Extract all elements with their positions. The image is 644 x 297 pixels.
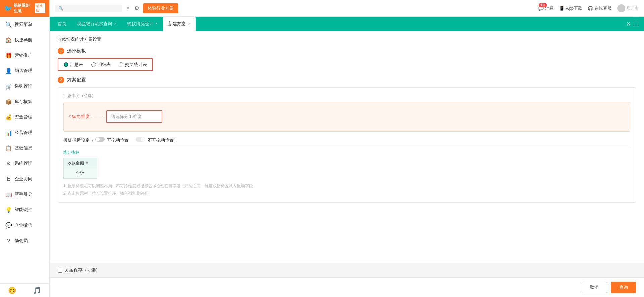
query-button[interactable]: 查询 bbox=[611, 282, 636, 293]
sidebar-item-operation[interactable]: 📊 经营管理 bbox=[0, 125, 49, 140]
metrics-label: 模板指标设定（ 可拖动位置 不可拖动位置） bbox=[63, 137, 630, 146]
sidebar-bottom-face2[interactable]: 🎵 bbox=[30, 286, 44, 294]
sidebar-item-purchase[interactable]: 🛒 采购管理 bbox=[0, 79, 49, 94]
cancel-button[interactable]: 取消 bbox=[582, 282, 607, 293]
dimension-row: * 纵向维度 —— 请选择分组维度 bbox=[69, 110, 162, 123]
search-icon: 🔍 bbox=[5, 21, 12, 28]
sidebar-item-label: 快捷导航 bbox=[15, 37, 32, 43]
support-action[interactable]: 🎧 在线客服 bbox=[588, 5, 612, 11]
save-label: 方案保存（可选） bbox=[65, 267, 100, 273]
radio-detail-input[interactable] bbox=[91, 62, 96, 67]
dimension-select[interactable]: 请选择分组维度 bbox=[106, 110, 162, 123]
tab-new-plan-label: 新建方案 bbox=[168, 21, 186, 27]
radio-detail-label: 明细表 bbox=[98, 62, 111, 68]
step2-section: 2 方案配置 汇总维度（必选） * 纵向维度 —— 请选择分组 bbox=[58, 77, 636, 203]
radio-summary-label: 汇总表 bbox=[70, 62, 83, 68]
book-icon: 📖 bbox=[5, 191, 12, 198]
user-icon: 👤 bbox=[5, 67, 12, 74]
sidebar-item-label: 经营管理 bbox=[15, 130, 32, 136]
step2-number: 2 bbox=[58, 77, 64, 83]
sidebar-item-collab[interactable]: 🖥 企业协同 bbox=[0, 171, 49, 187]
sidebar-item-search[interactable]: 🔍 搜索菜单 bbox=[0, 17, 49, 32]
support-icon: 🎧 bbox=[588, 6, 593, 11]
sidebar-item-nav[interactable]: 🏠 快捷导航 bbox=[0, 32, 49, 48]
page-title: 收款情况统计方案设置 bbox=[58, 36, 636, 42]
sidebar: 🐦 畅捷通好生意 标准版 🔍 搜索菜单 🏠 快捷导航 🎁 营销推广 👤 销售管理… bbox=[0, 0, 50, 297]
settings-gear-icon[interactable]: ⚙ bbox=[134, 5, 139, 11]
sidebar-item-sales[interactable]: 👤 销售管理 bbox=[0, 63, 49, 79]
tab-bar: 首页 现金银行流水查询 × 收款情况统计 × 新建方案 × ✕ ⛶ bbox=[50, 17, 644, 31]
tab-expand-icon[interactable]: ⛶ bbox=[633, 21, 639, 27]
tab-stats-close[interactable]: × bbox=[155, 21, 158, 26]
download-action[interactable]: 📱 App下载 bbox=[559, 5, 582, 11]
radio-cross-label: 交叉统计表 bbox=[125, 62, 147, 68]
sidebar-bottom-face1[interactable]: 😊 bbox=[6, 286, 19, 294]
sidebar-item-label: 畅会员 bbox=[15, 238, 28, 244]
sidebar-item-member[interactable]: V 畅会员 bbox=[0, 233, 49, 248]
step1-section: 1 选择模板 汇总表 明细表 交叉统计表 bbox=[58, 48, 636, 71]
tab-bank-close[interactable]: × bbox=[114, 21, 116, 26]
tab-new-plan[interactable]: 新建方案 × bbox=[163, 17, 196, 31]
user-avatar bbox=[617, 4, 625, 12]
content-area: 收款情况统计方案设置 1 选择模板 汇总表 明细表 bbox=[50, 31, 644, 263]
sidebar-item-inventory[interactable]: 📦 库存核算 bbox=[0, 94, 49, 109]
stat-label: 统计指标 bbox=[63, 150, 630, 155]
chevron-down-icon[interactable]: ▼ bbox=[126, 6, 130, 11]
sidebar-item-finance[interactable]: 💰 资金管理 bbox=[0, 109, 49, 125]
user-action[interactable]: 用户名 bbox=[617, 4, 639, 12]
sidebar-item-marketing[interactable]: 🎁 营销推广 bbox=[0, 48, 49, 63]
tip1: 1. 拖动标题栏可以调整布局，不可跨维度或指标区域拖动栏目字段（只能在同一维度或… bbox=[63, 183, 630, 190]
sidebar-item-label: 资金管理 bbox=[15, 114, 32, 120]
tips-section: 1. 拖动标题栏可以调整布局，不可跨维度或指标区域拖动栏目字段（只能在同一维度或… bbox=[63, 183, 630, 197]
step2-title: 方案配置 bbox=[67, 77, 86, 83]
app-logo: 🐦 畅捷通好生意 标准版 bbox=[0, 0, 49, 17]
sidebar-item-label: 搜索菜单 bbox=[15, 21, 32, 28]
dimension-label: 汇总维度（必选） bbox=[63, 93, 630, 99]
chart-icon: 📊 bbox=[5, 129, 12, 136]
sidebar-item-guide[interactable]: 📖 新手引导 bbox=[0, 187, 49, 202]
dropdown-arrow-icon[interactable]: ▼ bbox=[85, 161, 89, 165]
tab-home[interactable]: 首页 bbox=[52, 17, 72, 31]
radio-summary-input[interactable] bbox=[64, 62, 68, 67]
sidebar-item-wechat[interactable]: 💬 企业微信 bbox=[0, 217, 49, 233]
radio-cross[interactable]: 交叉统计表 bbox=[119, 62, 147, 68]
sidebar-item-base[interactable]: 📋 基础信息 bbox=[0, 140, 49, 156]
industry-button[interactable]: 体验行业方案 bbox=[143, 3, 178, 13]
sidebar-item-system[interactable]: ⚙ 系统管理 bbox=[0, 156, 49, 171]
metrics-col-cell: 合计 bbox=[63, 168, 97, 179]
save-checkbox[interactable] bbox=[58, 268, 62, 273]
sidebar-item-label: 系统管理 bbox=[15, 160, 32, 166]
step1-title: 选择模板 bbox=[67, 48, 86, 54]
sidebar-item-label: 企业微信 bbox=[15, 222, 32, 228]
box-icon: 📦 bbox=[5, 98, 12, 105]
message-action[interactable]: 💬 99+ 消息 bbox=[538, 5, 554, 11]
sidebar-item-hardware[interactable]: 💡 智能硬件 bbox=[0, 202, 49, 217]
header-actions: 💬 99+ 消息 📱 App下载 🎧 在线客服 用户名 bbox=[538, 4, 639, 12]
radio-cross-input[interactable] bbox=[119, 62, 123, 67]
sidebar-item-label: 企业协同 bbox=[15, 176, 32, 182]
radio-detail[interactable]: 明细表 bbox=[91, 62, 111, 68]
top-header: 🔍 ▼ ⚙ 体验行业方案 💬 99+ 消息 📱 App下载 🎧 在线客服 bbox=[50, 0, 644, 17]
tab-home-label: 首页 bbox=[58, 21, 66, 27]
tab-bank[interactable]: 现金银行流水查询 × bbox=[72, 17, 122, 31]
search-bar[interactable]: 🔍 bbox=[55, 5, 122, 12]
tab-stats[interactable]: 收款情况统计 × bbox=[122, 17, 163, 31]
sidebar-item-label: 销售管理 bbox=[15, 68, 32, 74]
step1-header: 1 选择模板 bbox=[58, 48, 636, 54]
tab-bank-label: 现金银行流水查询 bbox=[77, 21, 112, 27]
metrics-col-header[interactable]: 收款金额 ▼ bbox=[63, 158, 97, 168]
footer: 方案保存（可选） bbox=[50, 263, 644, 277]
draggable-indicator bbox=[95, 137, 105, 142]
username-label: 用户名 bbox=[627, 5, 639, 11]
download-icon: 📱 bbox=[559, 6, 565, 11]
tab-new-plan-close[interactable]: × bbox=[188, 21, 190, 26]
metrics-grid: 收款金额 ▼ 合计 bbox=[63, 158, 630, 179]
dimension-placeholder: 请选择分组维度 bbox=[111, 114, 142, 119]
radio-summary[interactable]: 汇总表 bbox=[64, 62, 83, 68]
arrow-icon: —— bbox=[94, 114, 102, 119]
metrics-column: 收款金额 ▼ 合计 bbox=[63, 158, 97, 179]
wechat-icon: 💬 bbox=[5, 222, 12, 229]
vertical-dim-label: * 纵向维度 bbox=[69, 114, 90, 120]
sidebar-bottom: 😊 🎵 bbox=[0, 283, 49, 297]
tab-close-icon[interactable]: ✕ bbox=[626, 21, 631, 27]
